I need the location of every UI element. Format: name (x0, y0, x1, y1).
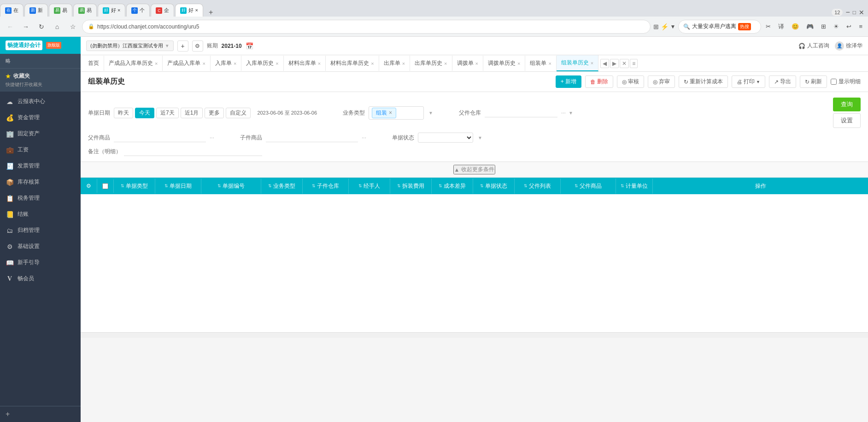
delete-btn[interactable]: 🗑 删除 (585, 75, 613, 88)
new-btn[interactable]: + 新增 (556, 75, 581, 88)
game-icon[interactable]: 🎮 (804, 22, 815, 31)
browser-tab-4[interactable]: 易 易 (73, 4, 97, 17)
select-all-checkbox[interactable] (102, 183, 108, 189)
back-btn[interactable]: ← (4, 20, 17, 33)
show-detail-checkbox-container[interactable]: 显示明细 (831, 78, 861, 86)
biz-type-tag-close[interactable]: × (389, 110, 392, 116)
sidebar-item-account[interactable]: 📒 结账 (0, 206, 81, 222)
recalc-btn[interactable]: ↻ 重新计算成本 (679, 75, 728, 88)
tab-material-out-history[interactable]: 材料出库单历史 × (326, 56, 379, 71)
company-settings-btn[interactable]: ⚙ (192, 40, 203, 52)
th-unit[interactable]: ⇅ 计量单位 (616, 179, 653, 194)
tab-close-in-history[interactable]: × (276, 61, 278, 66)
calendar-icon[interactable]: 📅 (246, 42, 253, 50)
date-btn-7days[interactable]: 近7天 (156, 108, 179, 118)
close-btn[interactable]: ✕ (859, 9, 864, 16)
biz-type-dropdown-icon[interactable]: ▼ (428, 110, 433, 116)
browser-tab-5[interactable]: 好 好 × (98, 4, 125, 17)
date-btn-custom[interactable]: 自定义 (226, 108, 251, 118)
th-parentgoods[interactable]: ⇅ 父件商品 (561, 179, 616, 194)
date-btn-1month[interactable]: 近1月 (181, 108, 203, 118)
sidebar-item-guide[interactable]: 📖 新手引导 (0, 254, 81, 271)
date-btn-today[interactable]: 今天 (135, 108, 154, 118)
scissors-icon[interactable]: ✂ (764, 22, 773, 31)
scroll-area[interactable] (81, 332, 868, 338)
tab-close-assemble[interactable]: × (548, 61, 551, 66)
tab-material-out[interactable]: 材料出库单 × (284, 56, 326, 71)
sidebar-item-invoice[interactable]: 🧾 发票管理 (0, 158, 81, 174)
tab-close-in[interactable]: × (234, 61, 236, 66)
emoji-icon[interactable]: 😊 (790, 22, 801, 31)
sidebar-favorites[interactable]: ★ 收藏夹 快捷键打开收藏夹 (0, 69, 81, 92)
browser-tab-7[interactable]: C 企 (151, 4, 174, 17)
tab-close-transfer[interactable]: × (475, 61, 478, 66)
sidebar-item-member[interactable]: V 畅会员 (0, 271, 81, 287)
address-bar[interactable]: 🔒 https://cloud.chanjet.com/accounting/u… (82, 20, 651, 34)
tab-produce-in[interactable]: 产成品入库单 × (163, 56, 210, 71)
th-subwh[interactable]: ⇅ 子件仓库 (303, 179, 349, 194)
consult-btn[interactable]: 🎧 人工咨询 (798, 42, 829, 50)
tab-close-transfer-history[interactable]: × (517, 61, 520, 66)
browser-tab-1[interactable]: 在 在 (0, 4, 23, 17)
sidebar-item-archive[interactable]: 🗂 归档管理 (0, 222, 81, 238)
tab-transfer[interactable]: 调拨单 × (452, 56, 483, 71)
minimize-btn[interactable]: − (845, 8, 850, 17)
tab-home[interactable]: 首页 (83, 56, 104, 71)
company-selector[interactable]: (勿删勿禁用）江西服宝测试专用 ▼ (86, 40, 174, 51)
collapse-btn[interactable]: ▲ 收起更多条件 (453, 165, 496, 174)
tab-assemble-history[interactable]: 组装单历史 × (557, 55, 598, 71)
th-costdiff[interactable]: ⇅ 成本差异 (432, 179, 473, 194)
tab-close-material-out[interactable]: × (318, 61, 321, 66)
tab-out-history[interactable]: 出库单历史 × (410, 56, 452, 71)
tab-in-history[interactable]: 入库单历史 × (241, 56, 283, 71)
translate-icon[interactable]: 译 (776, 22, 786, 32)
date-btn-more[interactable]: 更多 (205, 108, 224, 118)
new-tab-btn[interactable]: + (206, 8, 216, 17)
browser-tab-6[interactable]: 个 个 (126, 4, 150, 17)
reload-btn[interactable]: ↻ (35, 20, 48, 33)
th-dismantl[interactable]: ⇅ 拆装费用 (390, 179, 432, 194)
sidebar-item-fund[interactable]: 💰 资金管理 (0, 110, 81, 126)
tab-close-out[interactable]: × (402, 61, 405, 66)
sidebar-item-tax[interactable]: 📋 税务管理 (0, 190, 81, 206)
sidebar-item-inventory[interactable]: 📦 库存核算 (0, 174, 81, 190)
filter-settings-btn[interactable]: 设置 (833, 113, 861, 128)
export-btn[interactable]: ↗ 导出 (769, 75, 796, 88)
parent-goods-input[interactable] (114, 133, 206, 142)
th-type[interactable]: ⇅ 单据类型 (114, 179, 155, 194)
forward-btn[interactable]: → (19, 20, 32, 33)
th-checkbox[interactable] (97, 179, 114, 193)
browser-tab-8[interactable]: 好 好 × (175, 4, 203, 17)
status-select[interactable] (418, 133, 473, 143)
tab-out[interactable]: 出库单 × (379, 56, 410, 71)
tab-close-material-out-history[interactable]: × (371, 61, 374, 66)
tab-close-produce-in-history[interactable]: × (155, 61, 158, 66)
browser-tab-3[interactable]: 易 易 (49, 4, 72, 17)
menu-icon[interactable]: ≡ (857, 22, 864, 31)
child-goods-more[interactable]: ··· (362, 134, 366, 141)
sidebar-item-wage[interactable]: 💼 工资 (0, 142, 81, 158)
sidebar-item-fixed-asset[interactable]: 🏢 固定资产 (0, 126, 81, 142)
parent-goods-more[interactable]: ··· (210, 134, 214, 141)
abandon-btn[interactable]: ◎ 弃审 (648, 75, 675, 88)
tab-close-out-history[interactable]: × (444, 61, 447, 66)
maximize-btn[interactable]: □ (853, 9, 856, 16)
lightning-icon[interactable]: ⚡ (661, 23, 669, 30)
audit-btn[interactable]: ◎ 审核 (617, 75, 644, 88)
nav-close-all-btn[interactable]: ✕ (620, 59, 629, 68)
parent-wh-dropdown[interactable]: ▼ (569, 110, 573, 116)
th-handler[interactable]: ⇅ 经手人 (349, 179, 390, 194)
nav-right-btn[interactable]: ▶ (610, 59, 619, 68)
biz-type-input[interactable]: 组装 × (369, 106, 424, 120)
refresh-btn[interactable]: ↻ 刷新 (800, 75, 827, 88)
notes-input[interactable] (124, 147, 262, 156)
nav-more-btn[interactable]: ≡ (630, 59, 638, 68)
th-status[interactable]: ⇅ 单据状态 (473, 179, 515, 194)
th-date[interactable]: ⇅ 单据日期 (155, 179, 201, 194)
nav-left-btn[interactable]: ◀ (600, 59, 609, 68)
parent-wh-input[interactable] (485, 109, 557, 117)
th-parentlist[interactable]: ⇅ 父件列表 (515, 179, 561, 194)
show-detail-checkbox[interactable] (831, 79, 837, 85)
qr-icon[interactable]: ⊞ (653, 23, 659, 30)
date-btn-yesterday[interactable]: 昨天 (114, 108, 133, 118)
